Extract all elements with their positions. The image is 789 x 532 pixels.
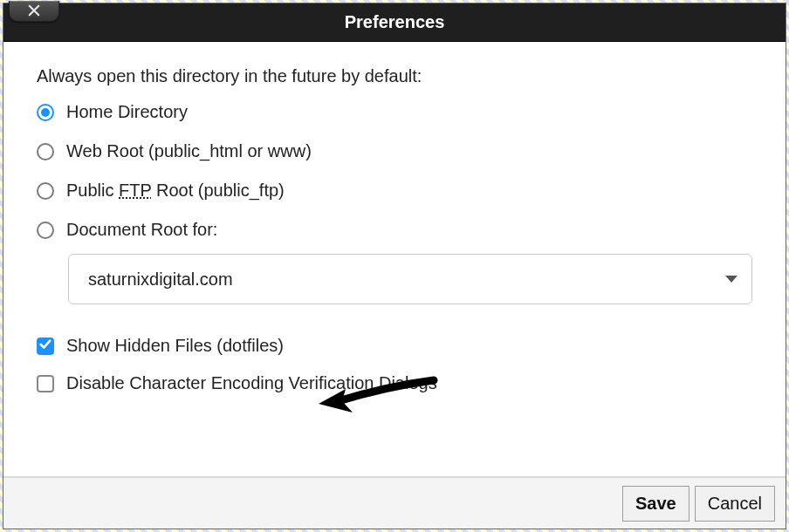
close-button[interactable] [9, 1, 59, 22]
preferences-dialog: Preferences Always open this directory i… [3, 3, 786, 529]
dialog-title: Preferences [345, 12, 445, 32]
default-dir-label: Always open this directory in the future… [37, 66, 752, 86]
close-icon [28, 1, 40, 21]
dialog-content: Always open this directory in the future… [3, 42, 786, 476]
radio-row-home[interactable]: Home Directory [37, 102, 752, 122]
check-row-disable-verify[interactable]: Disable Character Encoding Verification … [37, 373, 752, 393]
radio-webroot[interactable] [37, 143, 54, 160]
radio-row-ftp[interactable]: Public FTP Root (public_ftp) [37, 181, 752, 201]
docroot-select-wrap: saturnixdigital.com [68, 254, 752, 304]
radio-home-label: Home Directory [66, 102, 188, 122]
radio-webroot-label: Web Root (public_html or www) [66, 141, 312, 161]
checkbox-disable-verify[interactable] [37, 375, 54, 392]
docroot-domain-value: saturnixdigital.com [88, 269, 233, 290]
radio-ftp-label: Public FTP Root (public_ftp) [66, 181, 285, 201]
ftp-mid: FTP [119, 181, 151, 200]
check-row-show-hidden[interactable]: Show Hidden Files (dotfiles) [37, 336, 752, 356]
checkbox-show-hidden-label: Show Hidden Files (dotfiles) [66, 336, 284, 356]
radio-home[interactable] [37, 104, 54, 121]
docroot-domain-select[interactable]: saturnixdigital.com [68, 254, 752, 304]
save-button[interactable]: Save [622, 486, 690, 522]
radio-docroot-label: Document Root for: [66, 220, 217, 240]
cancel-button[interactable]: Cancel [695, 486, 775, 522]
radio-docroot[interactable] [37, 222, 54, 239]
check-icon [39, 338, 51, 354]
checkbox-disable-verify-label: Disable Character Encoding Verification … [66, 373, 437, 393]
dialog-header: Preferences [3, 3, 786, 42]
ftp-pre: Public [66, 181, 119, 200]
checkbox-show-hidden[interactable] [37, 338, 54, 355]
radio-ftp[interactable] [37, 182, 54, 200]
radio-row-docroot[interactable]: Document Root for: [37, 220, 752, 240]
radio-row-webroot[interactable]: Web Root (public_html or www) [37, 141, 752, 161]
ftp-post: Root (public_ftp) [151, 181, 284, 200]
dialog-footer: Save Cancel [3, 476, 786, 529]
